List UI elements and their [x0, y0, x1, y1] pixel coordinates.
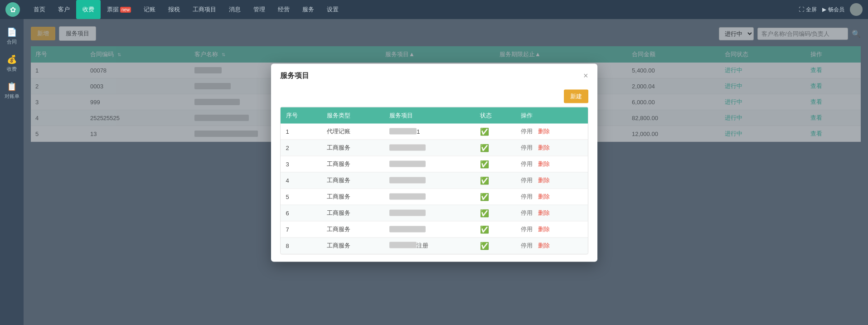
reconcile-icon: 📋 — [7, 82, 17, 92]
delete-button[interactable]: 删除 — [538, 160, 550, 167]
status-check-icon: ✅ — [480, 209, 489, 217]
member-btn[interactable]: ▶ 畅会员 — [822, 6, 844, 14]
modal-cell-status: ✅ — [475, 140, 516, 156]
modal-cell-type: 工商服务 — [321, 156, 384, 172]
svg-text:✿: ✿ — [10, 6, 16, 14]
modal-cell-seq: 4 — [281, 172, 322, 189]
stop-button[interactable]: 停用 — [521, 144, 533, 151]
delete-button[interactable]: 删除 — [538, 226, 550, 233]
modal-cell-status: ✅ — [475, 156, 516, 172]
fullscreen-btn[interactable]: ⛶ 全屏 — [799, 6, 817, 14]
modal-cell-seq: 5 — [281, 189, 322, 205]
sidebar-item-reconcile[interactable]: 📋 对账单 — [1, 78, 23, 103]
modal-cell-type: 工商服务 — [321, 140, 384, 156]
stop-button[interactable]: 停用 — [521, 160, 533, 167]
nav-business[interactable]: 工商项目 — [186, 0, 223, 19]
modal-col-seq: 序号 — [281, 107, 322, 123]
stop-button[interactable]: 停用 — [521, 242, 533, 249]
modal-close-button[interactable]: × — [583, 71, 588, 80]
modal-new-button[interactable]: 新建 — [564, 89, 588, 103]
modal-table-row: 5 工商服务 ✅ 停用 删除 — [281, 189, 588, 205]
stop-button[interactable]: 停用 — [521, 177, 533, 184]
delete-button[interactable]: 删除 — [538, 209, 550, 216]
modal-cell-status: ✅ — [475, 189, 516, 205]
delete-button[interactable]: 删除 — [538, 177, 550, 184]
stop-button[interactable]: 停用 — [521, 209, 533, 216]
modal-cell-item — [384, 140, 475, 156]
modal-cell-type: 工商服务 — [321, 221, 384, 238]
sidebar-item-fee-label: 收费 — [7, 66, 17, 73]
status-check-icon: ✅ — [480, 127, 489, 135]
avatar[interactable] — [850, 3, 863, 16]
modal-cell-action[interactable]: 停用 删除 — [515, 123, 587, 140]
modal-cell-action[interactable]: 停用 删除 — [515, 238, 587, 254]
sidebar-item-contract-label: 合同 — [7, 39, 17, 45]
status-check-icon: ✅ — [480, 193, 489, 200]
modal-col-type: 服务类型 — [321, 107, 384, 123]
sidebar-item-reconcile-label: 对账单 — [5, 93, 19, 100]
delete-button[interactable]: 删除 — [538, 144, 550, 151]
modal-cell-status: ✅ — [475, 205, 516, 221]
modal-cell-type: 工商服务 — [321, 205, 384, 221]
nav-ticket[interactable]: 票据 new — [101, 0, 137, 19]
modal-cell-type: 工商服务 — [321, 238, 384, 254]
modal-cell-item — [384, 221, 475, 238]
modal-cell-status: ✅ — [475, 238, 516, 254]
modal-cell-action[interactable]: 停用 删除 — [515, 221, 587, 238]
modal-table-row: 7 工商服务 ✅ 停用 删除 — [281, 221, 588, 238]
modal-table-row: 4 工商服务 ✅ 停用 删除 — [281, 172, 588, 189]
delete-button[interactable]: 删除 — [538, 242, 550, 249]
status-check-icon: ✅ — [480, 225, 489, 233]
nav-finance[interactable]: 经营 — [272, 0, 296, 19]
modal-cell-seq: 1 — [281, 123, 322, 140]
service-item-modal: 服务项目 × 新建 序号 服务类型 服务项目 状态 操作 1 代理记账 1 ✅ … — [271, 63, 597, 262]
nav-settings[interactable]: 设置 — [320, 0, 345, 19]
sidebar-item-contract[interactable]: 📄 合同 — [1, 24, 23, 49]
modal-cell-action[interactable]: 停用 删除 — [515, 205, 587, 221]
modal-col-item: 服务项目 — [384, 107, 475, 123]
nav-manage[interactable]: 管理 — [247, 0, 272, 19]
stop-button[interactable]: 停用 — [521, 193, 533, 200]
modal-cell-item — [384, 156, 475, 172]
left-sidebar: 📄 合同 💰 收费 📋 对账单 — [0, 19, 24, 325]
modal-cell-status: ✅ — [475, 123, 516, 140]
nav-tax[interactable]: 报税 — [162, 0, 186, 19]
modal-cell-seq: 3 — [281, 156, 322, 172]
nav-service[interactable]: 服务 — [296, 0, 320, 19]
modal-title: 服务项目 — [280, 71, 309, 80]
modal-col-status: 状态 — [475, 107, 516, 123]
status-check-icon: ✅ — [480, 144, 489, 151]
modal-cell-type: 代理记账 — [321, 123, 384, 140]
modal-table-row: 3 工商服务 ✅ 停用 删除 — [281, 156, 588, 172]
modal-table-wrapper[interactable]: 序号 服务类型 服务项目 状态 操作 1 代理记账 1 ✅ 停用 删除 2 工商… — [280, 107, 588, 254]
new-badge: new — [120, 7, 131, 13]
modal-cell-item — [384, 205, 475, 221]
stop-button[interactable]: 停用 — [521, 226, 533, 233]
modal-cell-type: 工商服务 — [321, 172, 384, 189]
delete-button[interactable]: 删除 — [538, 128, 550, 135]
modal-cell-action[interactable]: 停用 删除 — [515, 189, 587, 205]
modal-toolbar: 新建 — [271, 86, 597, 107]
fee-icon: 💰 — [7, 54, 17, 64]
sidebar-item-fee[interactable]: 💰 收费 — [1, 51, 23, 76]
modal-cell-action[interactable]: 停用 删除 — [515, 156, 587, 172]
modal-table-row: 8 工商服务 注册 ✅ 停用 删除 — [281, 238, 588, 254]
nav-shoufe[interactable]: 收费 — [76, 0, 101, 19]
modal-col-action: 操作 — [515, 107, 587, 123]
modal-cell-seq: 7 — [281, 221, 322, 238]
modal-cell-item: 1 — [384, 123, 475, 140]
nav-customer[interactable]: 客户 — [52, 0, 76, 19]
modal-cell-status: ✅ — [475, 221, 516, 238]
modal-cell-action[interactable]: 停用 删除 — [515, 172, 587, 189]
nav-bookkeeping[interactable]: 记账 — [137, 0, 162, 19]
status-check-icon: ✅ — [480, 242, 489, 249]
modal-cell-item — [384, 172, 475, 189]
nav-message[interactable]: 消息 — [223, 0, 247, 19]
stop-button[interactable]: 停用 — [521, 128, 533, 135]
nav-home[interactable]: 首页 — [27, 0, 52, 19]
modal-cell-item: 注册 — [384, 238, 475, 254]
app-logo[interactable]: ✿ — [5, 2, 20, 17]
modal-cell-action[interactable]: 停用 删除 — [515, 140, 587, 156]
modal-header: 服务项目 × — [271, 63, 597, 86]
delete-button[interactable]: 删除 — [538, 193, 550, 200]
